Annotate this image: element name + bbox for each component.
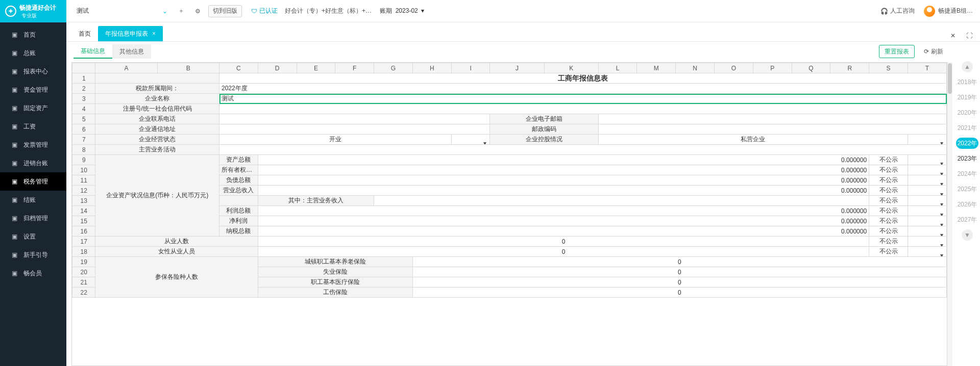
row-header-21[interactable]: 21 (72, 277, 95, 287)
ins-section-label: 参保各险种人数 (95, 257, 258, 298)
sidebar-item-salary[interactable]: ▣工资 (0, 117, 66, 136)
sidebar-item-invoice[interactable]: ▣发票管理 (0, 136, 66, 154)
sidebar-item-close[interactable]: ▣结账 (0, 191, 66, 209)
fin-value[interactable]: 0.000000 (258, 155, 796, 165)
row-header-20[interactable]: 20 (72, 267, 95, 277)
email-value[interactable] (598, 114, 796, 124)
col-header-A[interactable]: A (95, 63, 157, 73)
ent-name-value[interactable]: 测试 (219, 94, 797, 104)
row-header-5[interactable]: 5 (72, 114, 95, 124)
col-header-K[interactable]: K (544, 63, 598, 73)
row-header-22[interactable]: 22 (72, 287, 95, 298)
company-settings-button[interactable]: ⚙ (192, 6, 203, 17)
row-header-8[interactable]: 8 (72, 145, 95, 155)
tab-annual-report[interactable]: 年报信息申报表 × (98, 26, 163, 41)
status-dropdown[interactable] (451, 135, 490, 145)
col-header-G[interactable]: G (374, 63, 413, 73)
phone-value[interactable] (219, 114, 490, 124)
sub-mainrev-label: 其中：主营业务收入 (258, 196, 374, 206)
fin-value[interactable]: 0.000000 (258, 226, 796, 237)
sidebar-item-asset[interactable]: ▣固定资产 (0, 99, 66, 117)
corner-cell[interactable] (72, 63, 95, 73)
fin-value[interactable]: 0.000000 (258, 165, 796, 175)
period[interactable]: 账期 2023-02 ▾ (380, 7, 424, 15)
reg-no-value[interactable] (219, 104, 797, 114)
col-header-E[interactable]: E (297, 63, 335, 73)
row-header-11[interactable]: 11 (72, 175, 95, 186)
fin-value[interactable]: 0.000000 (258, 206, 796, 216)
row-header-18[interactable]: 18 (72, 247, 95, 257)
row-header-15[interactable]: 15 (72, 216, 95, 226)
switch-old-version-button[interactable]: 切到旧版 (208, 5, 242, 17)
col-header-B[interactable]: B (157, 63, 219, 73)
sidebar-item-home[interactable]: ▣首页 (0, 25, 66, 44)
col-header-I[interactable]: I (451, 63, 490, 73)
sidebar-item-vip[interactable]: ▣畅会员 (0, 264, 66, 282)
company-selector[interactable]: 测试 ⌄ (74, 4, 170, 18)
sidebar-item-tax[interactable]: ▣税务管理 (0, 172, 66, 191)
female-value[interactable]: 0 (258, 247, 796, 257)
sub-mainrev-value[interactable] (374, 196, 796, 206)
row-header-9[interactable]: 9 (72, 155, 95, 165)
sidebar-item-stock[interactable]: ▣进销台账 (0, 154, 66, 172)
row-header-14[interactable]: 14 (72, 206, 95, 216)
add-company-button[interactable]: ＋ (176, 6, 187, 17)
cell (95, 73, 219, 84)
sidebar-item-ledger[interactable]: ▣总账 (0, 44, 66, 62)
col-header-H[interactable]: H (412, 63, 451, 73)
subtab-other[interactable]: 其他信息 (112, 44, 151, 59)
row-header-4[interactable]: 4 (72, 104, 95, 114)
row-header-13[interactable]: 13 (72, 196, 95, 206)
addr-value[interactable] (219, 124, 490, 135)
spreadsheet[interactable]: ABCDEFGHIJKLMNOPQRST1工商年报信息表2税款所属期间：2022… (71, 62, 796, 366)
col-header-M[interactable]: M (637, 63, 676, 73)
row-header-19[interactable]: 19 (72, 257, 95, 267)
brand-edition: 专业版 (21, 12, 56, 19)
guide-icon: ▣ (10, 251, 18, 259)
row-header-10[interactable]: 10 (72, 165, 95, 175)
fin-label: 资产总额 (219, 155, 258, 165)
col-header-J[interactable]: J (490, 63, 544, 73)
post-value[interactable] (598, 124, 796, 135)
col-header-O[interactable]: O (715, 63, 753, 73)
col-header-F[interactable]: F (335, 63, 374, 73)
row-header-7[interactable]: 7 (72, 135, 95, 145)
row-header-1[interactable]: 1 (72, 73, 95, 84)
mainbiz-value[interactable] (219, 145, 797, 155)
ins-value[interactable]: 0 (412, 267, 796, 277)
home-icon: ▣ (10, 31, 18, 39)
row-header-2[interactable]: 2 (72, 84, 95, 94)
sidebar-item-fund[interactable]: ▣资金管理 (0, 81, 66, 99)
fin-value[interactable]: 0.000000 (258, 186, 796, 196)
row-header-16[interactable]: 16 (72, 226, 95, 237)
brand-logo-icon: ✦ (5, 6, 16, 17)
tax-period-value[interactable]: 2022年度 (219, 84, 797, 94)
emp-value[interactable]: 0 (258, 237, 796, 247)
col-header-Q[interactable]: Q (792, 63, 796, 73)
col-header-L[interactable]: L (598, 63, 637, 73)
status-value[interactable]: 开业 (219, 135, 452, 145)
row-header-12[interactable]: 12 (72, 186, 95, 196)
sidebar-item-report[interactable]: ▣报表中心 (0, 62, 66, 81)
sidebar-item-archive[interactable]: ▣归档管理 (0, 209, 66, 227)
ins-value[interactable]: 0 (412, 287, 796, 298)
page-tabs: 首页 年报信息申报表 × ✕ ⛶ (66, 22, 796, 42)
ins-value[interactable]: 0 (412, 257, 796, 267)
subtab-basic[interactable]: 基础信息 (74, 44, 112, 59)
fin-value[interactable]: 0.000000 (258, 216, 796, 226)
row-header-3[interactable]: 3 (72, 94, 95, 104)
holding-value[interactable]: 私营企业 (598, 135, 796, 145)
close-tab-icon[interactable]: × (152, 30, 156, 37)
col-header-C[interactable]: C (219, 63, 258, 73)
tab-home[interactable]: 首页 (71, 26, 98, 41)
col-header-P[interactable]: P (753, 63, 792, 73)
row-header-17[interactable]: 17 (72, 237, 95, 247)
sidebar-item-gear[interactable]: ▣设置 (0, 227, 66, 246)
status-label: 企业经营状态 (95, 135, 219, 145)
sidebar-item-guide[interactable]: ▣新手引导 (0, 246, 66, 264)
fin-value[interactable]: 0.000000 (258, 175, 796, 186)
col-header-N[interactable]: N (676, 63, 715, 73)
row-header-6[interactable]: 6 (72, 124, 95, 135)
ins-value[interactable]: 0 (412, 277, 796, 287)
col-header-D[interactable]: D (258, 63, 297, 73)
